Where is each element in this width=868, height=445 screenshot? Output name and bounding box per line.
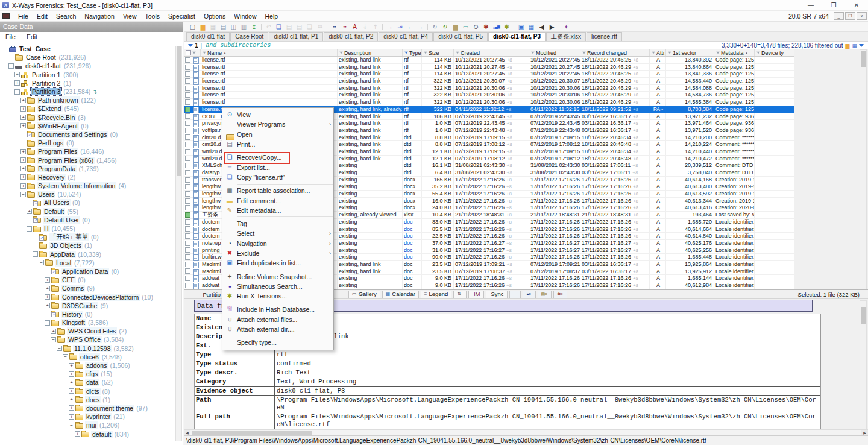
expander-icon[interactable] [14,72,20,77]
menu-item[interactable]: Search [52,11,80,22]
column-header[interactable]: Type [403,49,422,56]
menu-item[interactable]: Edit [33,11,52,22]
scroll-left-icon[interactable]: ◀ [184,430,190,436]
tab[interactable]: disk0-cl1-flat, P3 [488,32,546,41]
divider[interactable] [557,22,561,31]
context-menu-item[interactable]: Find duplicates in list... [222,258,333,268]
expander-icon[interactable] [45,303,50,308]
file-row[interactable]: license.rtf existing, hard link rtf 114 … [184,71,794,78]
tree-item[interactable]: document theme (97) [0,404,175,412]
expander-icon[interactable] [69,423,74,428]
tree-item[interactable]: Program Files (16,446) [0,147,175,156]
viewer-mode-button[interactable]: Sync [486,291,508,298]
expander-icon[interactable] [20,98,26,103]
tree-item[interactable]: D3DSCache (9) [0,301,175,310]
tree-item[interactable]: H (10,455) [0,224,175,233]
find-again-icon[interactable]: ●● [339,22,350,31]
viewer-mode-button[interactable]: IM [468,291,484,298]
viewer-mode-button[interactable] [538,291,552,298]
row-checkbox[interactable] [184,204,191,211]
tree-item[interactable]: Local (7,722) [0,259,175,267]
file-row[interactable]: license.rtf existing, hard link rtf 322 … [184,99,794,106]
expander-icon[interactable] [45,294,50,300]
context-menu-item[interactable]: Navigation › [222,239,333,248]
active-filter-icon[interactable] [859,44,864,47]
viewer-mode-button[interactable]: Legend [421,291,451,298]
expander-icon[interactable] [51,337,56,342]
row-checkbox[interactable] [184,240,191,247]
restore-button[interactable]: ❐ [822,0,845,10]
tree-item[interactable]: data (52) [0,378,175,387]
file-list-scrollbar[interactable] [860,49,867,289]
row-checkbox[interactable] [184,177,191,183]
row-checkbox[interactable] [184,78,191,84]
row-checkbox[interactable] [184,85,191,92]
save-list-icon[interactable]: ▦ [852,43,857,49]
row-checkbox[interactable] [184,169,191,176]
copy-format-icon[interactable]: ❏ [304,22,315,31]
viewer-mode-button[interactable] [509,291,521,298]
column-filter-icon[interactable] [456,52,459,54]
copy-icon[interactable]: ❏ [274,22,284,31]
expander-icon[interactable] [20,149,26,154]
expander-icon[interactable] [69,363,74,368]
expander-icon[interactable] [57,346,62,351]
column-header[interactable]: Modified [529,49,580,56]
column-filter-icon[interactable] [404,52,408,54]
row-checkbox[interactable] [184,191,191,197]
expander-icon[interactable] [8,63,14,69]
tree-item[interactable]: 「开始」菜单 (0) [0,233,175,241]
file-row[interactable]: license.rtf existing, hard link rtf 114 … [184,57,794,64]
row-checkbox[interactable] [184,92,191,98]
tree-item[interactable]: $Recycle.Bin (3) [0,113,175,122]
tree-item[interactable]: Partition 1 (300) [0,71,175,79]
tab[interactable]: license.rtf [587,32,622,41]
row-checkbox[interactable] [184,141,191,148]
context-menu-item[interactable]: Run X-Tensions... [222,291,333,301]
filter-funnel-icon[interactable] [188,44,193,47]
new-file-icon[interactable]: ▢ [187,22,198,31]
tree-item[interactable]: 3D Objects (1) [0,241,175,250]
tree-item[interactable]: disk0-cl1-flat (231,926) [0,62,175,70]
divider[interactable] [512,22,516,31]
column-filter-icon[interactable] [203,52,206,54]
plugin-icon[interactable]: ✦ [561,22,571,31]
column-header[interactable]: Description [338,49,403,56]
child-close-button[interactable]: x [857,12,867,20]
row-checkbox[interactable] [184,275,191,282]
row-checkbox[interactable] [184,233,191,239]
column-filter-icon[interactable] [652,52,655,54]
context-menu-item[interactable]: Select › [222,229,333,238]
expander-icon[interactable] [45,320,50,326]
expander-icon[interactable] [75,431,80,437]
minimize-button[interactable]: — [799,0,822,10]
expander-icon[interactable] [20,106,26,112]
menu-item[interactable]: File [14,11,33,22]
save-icon[interactable]: ▦ [208,22,218,31]
tree-item[interactable]: PerfLogs (0) [0,139,175,147]
tree-item[interactable]: Partition 2 (1) [0,79,175,87]
refresh-snapshot-icon[interactable]: ↻ [430,22,440,31]
tree-item[interactable]: office6 (3,548) [0,353,175,361]
undo-icon[interactable]: ↶ [263,22,274,31]
tree-item[interactable]: docs (1) [0,396,175,404]
row-checkbox[interactable] [184,226,191,233]
context-menu-item[interactable]: Tag [222,219,333,229]
x-tensions-icon[interactable]: ✱ [502,22,512,31]
expander-icon[interactable] [20,166,26,171]
context-menu-item[interactable]: Recover/Copy... [222,153,333,162]
menu-item[interactable]: Specialist [164,11,200,22]
next-hit-icon[interactable]: ⇣ [360,22,370,31]
column-filter-icon[interactable] [531,52,535,54]
scroll-right-icon[interactable]: ▶ [861,430,868,436]
context-menu-item[interactable]: Report table association... [222,186,333,195]
row-checkbox[interactable] [184,99,191,106]
expander-icon[interactable] [69,405,74,411]
prev-pane-icon[interactable]: ◀ [536,22,547,31]
tree-item[interactable]: mui (1,206) [0,421,175,429]
child-restore-button[interactable]: ❐ [845,12,855,20]
directory-icon[interactable]: ▆ [846,43,850,49]
expander-icon[interactable] [33,251,38,257]
file-row[interactable]: license.rtf existing, hard link rtf 322 … [184,85,794,92]
column-header[interactable]: Device ty [755,49,794,56]
